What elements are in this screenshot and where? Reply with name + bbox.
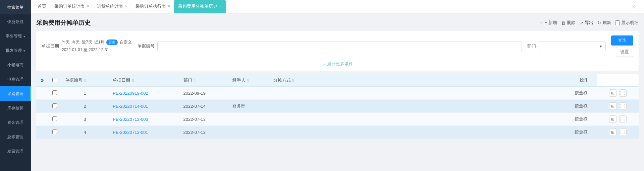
search-actions: 查询 设置 bbox=[611, 35, 633, 57]
row-doc-num-cell[interactable]: PE-20220713-001 bbox=[109, 126, 179, 139]
row-checkbox[interactable] bbox=[52, 130, 57, 134]
row-alloc-method-cell: 按金额 bbox=[571, 100, 597, 113]
add-button[interactable]: ＋ + 新增 bbox=[539, 20, 557, 26]
dept-select-arrow: ▾ bbox=[600, 44, 602, 49]
row-dept-cell bbox=[228, 113, 269, 126]
row-settings-cell bbox=[36, 100, 48, 113]
row-handler-cell bbox=[269, 87, 571, 100]
sort-handler-icon[interactable]: ⇅ bbox=[247, 79, 250, 82]
col-settings-header[interactable]: ⚙ bbox=[36, 74, 48, 87]
tabs-right-controls: × □ bbox=[632, 4, 641, 10]
row-doc-num-cell[interactable]: PE-20220714-001 bbox=[109, 100, 179, 113]
col-handler-header[interactable]: 经手人 ⇅ bbox=[228, 74, 269, 87]
sidebar-item-mini-ecom[interactable]: 小畅电商 bbox=[0, 58, 31, 72]
row-doc-num-cell[interactable]: PE-20220919-002 bbox=[109, 87, 179, 100]
row-alloc-method-cell: 按金额 bbox=[571, 87, 597, 100]
row-checkbox-cell[interactable] bbox=[48, 87, 61, 100]
row-num-cell: 4 bbox=[61, 126, 109, 139]
row-checkbox-cell[interactable] bbox=[48, 100, 61, 113]
tab-home[interactable]: 首页 bbox=[34, 0, 50, 13]
sidebar-item-wholesale-mgmt[interactable]: 批发管理 ▾ bbox=[0, 43, 31, 58]
row-handler-cell bbox=[269, 126, 571, 139]
sidebar-item-search-menu[interactable]: 搜索菜单 bbox=[0, 0, 31, 14]
sidebar-item-ledger-mgmt[interactable]: 总账管理 bbox=[0, 130, 31, 144]
shortcut-more[interactable]: 更多 bbox=[106, 39, 118, 45]
col-dept-header[interactable]: 部门 ⇅ bbox=[179, 74, 229, 87]
table-header-row: ⚙ 单据编号 ⇅ 单据日期 ⇅ 部门 bbox=[36, 74, 639, 87]
search-button[interactable]: 查询 bbox=[611, 35, 633, 46]
chevron-down-icon: ⌄ bbox=[322, 62, 326, 67]
shortcut-1month[interactable]: 近1月 bbox=[94, 39, 105, 45]
sort-doc-num-icon[interactable]: ⇅ bbox=[84, 79, 87, 82]
edit-icon[interactable]: ⊞ bbox=[609, 89, 616, 97]
table-row: 2 PE-20220714-001 2022-07-14 财务部 按金额 ⊞ ⋮… bbox=[36, 100, 639, 113]
tab-purchase-order-stats[interactable]: 采购订单统计表 × bbox=[50, 0, 93, 13]
col-doc-num-header[interactable]: 单据编号 ⇅ bbox=[61, 74, 109, 87]
row-checkbox-cell[interactable] bbox=[48, 126, 61, 139]
add-icon: ＋ bbox=[539, 20, 543, 26]
col-checkbox-header[interactable] bbox=[48, 74, 61, 87]
tabs-close-icon[interactable]: × bbox=[632, 4, 635, 10]
more-icon[interactable]: ⋮⋮ bbox=[619, 89, 627, 97]
row-doc-num-link[interactable]: PE-20220713-003 bbox=[113, 117, 148, 122]
row-checkbox-cell[interactable] bbox=[48, 113, 61, 126]
tab-close-purchase-order-exec[interactable]: × bbox=[168, 4, 170, 8]
export-icon: ↗ bbox=[580, 20, 583, 25]
sidebar-item-quick-nav[interactable]: 快捷导航 bbox=[0, 14, 31, 29]
refresh-button[interactable]: ↻ 刷新 bbox=[597, 20, 611, 26]
row-doc-num-link[interactable]: PE-20220714-001 bbox=[113, 104, 148, 109]
tab-purchase-goods-stats[interactable]: 进货单统计表 × bbox=[93, 0, 131, 13]
row-doc-num-link[interactable]: PE-20220919-002 bbox=[113, 91, 148, 96]
row-num-cell: 3 bbox=[61, 113, 109, 126]
search-row-1: 单据日期 昨天 今天 近7天 近1月 更多 自定义 2022-01-01 至 2… bbox=[42, 35, 633, 57]
row-doc-num-cell[interactable]: PE-20220713-003 bbox=[109, 113, 179, 126]
edit-icon[interactable]: ⊞ bbox=[609, 115, 616, 123]
select-all-checkbox[interactable] bbox=[52, 78, 57, 82]
delete-button[interactable]: 🗑 删除 bbox=[561, 20, 576, 26]
tab-close-purchase-order-stats[interactable]: × bbox=[87, 4, 89, 8]
expand-button[interactable]: ⌄ 展开更多条件 bbox=[322, 61, 353, 67]
show-cols-checkbox[interactable] bbox=[615, 20, 620, 25]
export-button[interactable]: ↗ 导出 bbox=[580, 20, 593, 26]
shortcut-yesterday[interactable]: 昨天 bbox=[62, 39, 70, 45]
shortcut-7days[interactable]: 近7天 bbox=[82, 39, 92, 45]
dept-label: 部门 bbox=[527, 43, 536, 49]
col-alloc-method-header[interactable]: 分摊方式 ⇅ bbox=[269, 74, 571, 87]
doc-num-label: 单据编号 bbox=[137, 43, 155, 49]
dept-select[interactable]: ▾ bbox=[539, 41, 606, 51]
sort-date-icon[interactable]: ⇅ bbox=[131, 79, 134, 82]
row-doc-num-link[interactable]: PE-20220713-001 bbox=[113, 130, 148, 135]
tab-close-purchase-goods-stats[interactable]: × bbox=[125, 4, 127, 8]
shortcut-custom[interactable]: 自定义 bbox=[120, 39, 132, 45]
row-checkbox[interactable] bbox=[52, 116, 57, 121]
tab-purchase-order-exec[interactable]: 采购订单执行表 × bbox=[131, 0, 174, 13]
doc-num-input[interactable] bbox=[157, 41, 522, 51]
more-icon[interactable]: ⋮⋮ bbox=[619, 129, 627, 136]
row-date-cell: 2022-07-13 bbox=[179, 113, 229, 126]
col-date-header[interactable]: 单据日期 ⇅ bbox=[109, 74, 179, 87]
tab-close-purchase-cost-alloc[interactable]: × bbox=[219, 4, 221, 8]
tab-purchase-cost-alloc[interactable]: 采购费用分摊单历史 × bbox=[174, 0, 225, 13]
search-panel: 单据日期 昨天 今天 近7天 近1月 更多 自定义 2022-01-01 至 2… bbox=[36, 31, 639, 71]
more-icon[interactable]: ⋮⋮ bbox=[619, 115, 627, 123]
sidebar-item-invoice-mgmt[interactable]: 发票管理 bbox=[0, 144, 31, 158]
row-checkbox[interactable] bbox=[52, 90, 57, 95]
show-cols-button[interactable]: 显示明细 bbox=[615, 20, 639, 26]
sidebar-item-purchase-mgmt[interactable]: 采购管理 bbox=[0, 86, 31, 101]
edit-icon[interactable]: ⊞ bbox=[609, 102, 616, 110]
edit-icon[interactable]: ⊞ bbox=[609, 129, 616, 136]
sort-alloc-icon[interactable]: ⇅ bbox=[292, 79, 294, 82]
tabs-maximize-icon[interactable]: □ bbox=[638, 4, 641, 10]
more-icon[interactable]: ⋮⋮ bbox=[619, 102, 627, 110]
sidebar-item-retail-mgmt[interactable]: 零售管理 ▾ bbox=[0, 29, 31, 43]
page-header: 采购费用分摊单历史 ＋ + 新增 🗑 删除 ↗ 导出 ↻ 刷新 bbox=[36, 19, 639, 27]
shortcut-today[interactable]: 今天 bbox=[72, 39, 80, 45]
sidebar-item-finance-mgmt[interactable]: 资金管理 bbox=[0, 115, 31, 130]
table-container: ⚙ 单据编号 ⇅ 单据日期 ⇅ 部门 bbox=[36, 74, 639, 139]
row-checkbox[interactable] bbox=[52, 103, 57, 108]
sidebar-item-inventory[interactable]: 库存核算 bbox=[0, 101, 31, 115]
row-settings-cell bbox=[36, 113, 48, 126]
sort-dept-icon[interactable]: ⇅ bbox=[193, 79, 196, 82]
sidebar-item-ecom-mgmt[interactable]: 电商管理 bbox=[0, 72, 31, 86]
settings-button[interactable]: 设置 bbox=[616, 47, 633, 57]
